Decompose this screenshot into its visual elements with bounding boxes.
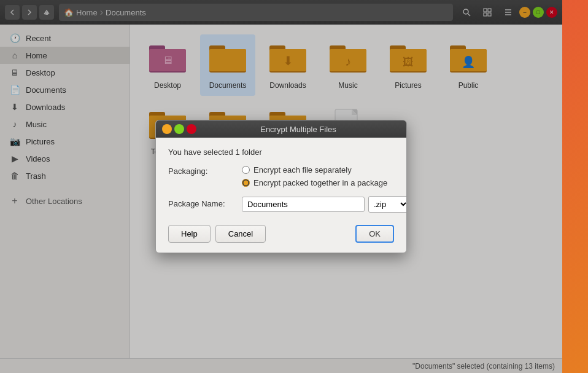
dialog-package-name-row: Package Name: .zip .tar .tar.gz [168,194,394,213]
cancel-button[interactable]: Cancel [215,225,266,243]
encrypt-dialog: Encrypt Multiple Files You have selected… [155,120,407,253]
option1-radio[interactable] [242,166,250,174]
option1-text: Encrypt each file separately [253,165,352,175]
option2-text: Encrypt packed together in a package [253,178,387,187]
option2-label[interactable]: Encrypt packed together in a package [242,178,387,187]
dialog-title: Encrypt Multiple Files [196,125,400,134]
ok-button[interactable]: OK [355,225,394,243]
extension-select[interactable]: .zip .tar .tar.gz [368,196,407,213]
option2-radio[interactable] [242,179,250,187]
option1-label[interactable]: Encrypt each file separately [242,165,387,175]
dialog-body: You have selected 1 folder Packaging: En… [156,138,406,253]
dialog-packaging-row: Packaging: Encrypt each file separately … [168,165,394,187]
packaging-label: Packaging: [168,165,236,176]
help-button[interactable]: Help [168,225,211,243]
dialog-titlebar: Encrypt Multiple Files [156,120,406,138]
dialog-maximize-button[interactable] [174,124,184,134]
dialog-window-controls [162,124,196,134]
package-name-label: Package Name: [168,198,236,208]
dialog-overlay: Encrypt Multiple Files You have selected… [0,0,562,373]
file-manager-window: 🏠 Home › Documents – □ ✕ [0,0,562,373]
packaging-options: Encrypt each file separately Encrypt pac… [242,165,387,187]
dialog-info-text: You have selected 1 folder [168,147,394,157]
package-name-input[interactable] [242,197,365,212]
package-name-inputs: .zip .tar .tar.gz [242,196,407,213]
dialog-close-button[interactable] [187,124,196,134]
dialog-buttons: Help Cancel OK [168,222,394,243]
dialog-minimize-button[interactable] [162,124,172,134]
